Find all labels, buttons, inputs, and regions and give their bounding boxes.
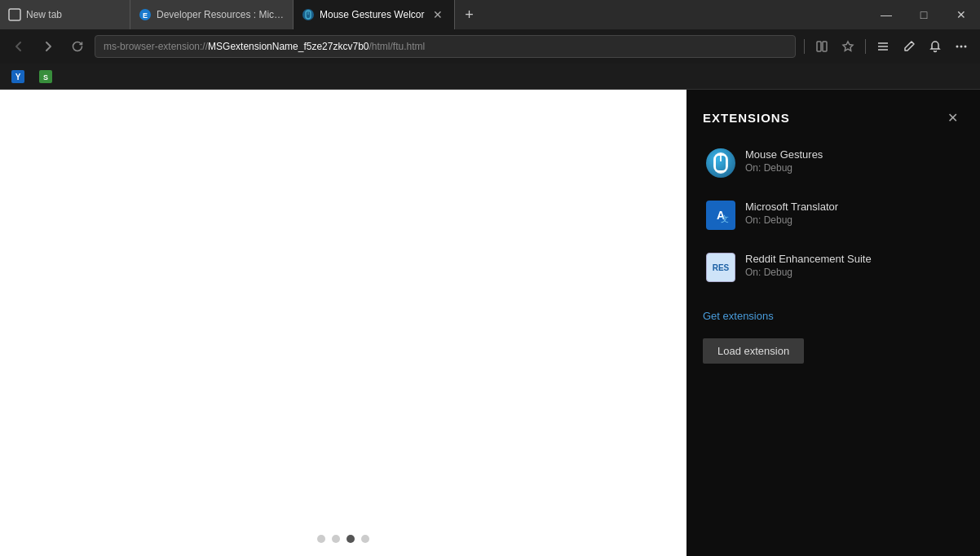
toolbar-divider-1: [804, 39, 805, 54]
tab-mouse-gestures[interactable]: Mouse Gestures Welcor ✕: [294, 0, 455, 29]
tab-new-tab-label: New tab: [26, 9, 121, 20]
extension-item-mouse-gestures[interactable]: Mouse Gestures On: Debug: [703, 145, 964, 181]
new-tab-icon: [8, 8, 21, 21]
main-area: EXTENSIONS ✕ Mouse Gestures On: Debug A …: [0, 90, 980, 556]
window-controls: — □ ✕: [867, 0, 980, 29]
extension-item-ms-translator[interactable]: A 文 Microsoft Translator On: Debug: [703, 197, 964, 233]
mouse-gestures-name: Mouse Gestures: [745, 148, 960, 161]
get-extensions-link[interactable]: Get extensions: [703, 310, 964, 322]
svg-text:Y: Y: [15, 73, 21, 82]
url-scheme: ms-browser-extension://: [104, 41, 208, 52]
res-name: Reddit Enhancement Suite: [745, 253, 960, 265]
tab-mouse-close-icon[interactable]: ✕: [430, 7, 446, 23]
mouse-tab-icon: [302, 8, 315, 21]
new-tab-button[interactable]: +: [455, 0, 484, 29]
tab-developer-resources[interactable]: E Developer Resources : Micr…: [130, 0, 294, 29]
ms-translator-status: On: Debug: [745, 214, 960, 226]
res-status: On: Debug: [745, 267, 960, 278]
fav-icon-2: S: [39, 70, 52, 83]
forward-button[interactable]: [36, 34, 60, 59]
extension-item-res[interactable]: RES Reddit Enhancement Suite On: Debug: [703, 249, 964, 285]
favorites-button[interactable]: [836, 34, 860, 59]
close-button[interactable]: ✕: [942, 0, 980, 29]
tab-dev-label: Developer Resources : Micr…: [157, 9, 285, 20]
url-path: /html/ftu.html: [369, 41, 425, 52]
tab-new-tab[interactable]: New tab: [0, 0, 130, 29]
svg-point-11: [956, 46, 959, 48]
tab-mouse-label: Mouse Gestures Welcor: [320, 9, 425, 20]
extensions-panel: EXTENSIONS ✕ Mouse Gestures On: Debug A …: [686, 90, 980, 556]
extensions-title: EXTENSIONS: [703, 111, 790, 125]
svg-rect-0: [9, 9, 20, 20]
toolbar-icons: [801, 34, 973, 59]
svg-rect-7: [823, 42, 827, 51]
titlebar: New tab E Developer Resources : Micr… Mo…: [0, 0, 980, 29]
res-icon-text: RES: [713, 263, 730, 272]
dot-1[interactable]: [317, 535, 325, 543]
address-input[interactable]: ms-browser-extension://MSGextensionName_…: [95, 35, 796, 58]
dev-tab-icon: E: [139, 8, 152, 21]
ms-translator-info: Microsoft Translator On: Debug: [745, 201, 960, 226]
hamburger-menu-button[interactable]: [871, 34, 895, 59]
svg-text:S: S: [43, 73, 48, 82]
notifications-button[interactable]: [923, 34, 947, 59]
svg-point-12: [960, 46, 963, 48]
svg-rect-6: [817, 42, 821, 51]
res-icon: RES: [706, 253, 735, 282]
fav-item-1[interactable]: Y: [7, 68, 29, 85]
more-button[interactable]: [949, 34, 973, 59]
dot-3[interactable]: [347, 535, 355, 543]
toolbar-divider-2: [865, 39, 866, 54]
mouse-gestures-status: On: Debug: [745, 162, 960, 174]
refresh-button[interactable]: [65, 34, 90, 59]
back-button[interactable]: [7, 34, 31, 59]
svg-rect-18: [714, 153, 727, 173]
page-content[interactable]: [0, 90, 686, 556]
edit-button[interactable]: [897, 34, 921, 59]
extensions-close-button[interactable]: ✕: [941, 106, 964, 129]
ms-translator-name: Microsoft Translator: [745, 201, 960, 213]
svg-point-13: [965, 46, 967, 48]
favorites-bar: Y S: [0, 64, 980, 90]
mouse-gestures-info: Mouse Gestures On: Debug: [745, 148, 960, 174]
reading-view-button[interactable]: [810, 34, 834, 59]
mouse-gestures-icon: [706, 148, 735, 178]
dot-4[interactable]: [361, 535, 369, 543]
address-bar: ms-browser-extension://MSGextensionName_…: [0, 29, 980, 64]
ms-translator-icon: A 文: [706, 201, 735, 230]
load-extension-button[interactable]: Load extension: [703, 338, 804, 364]
dot-2[interactable]: [332, 535, 340, 543]
maximize-button[interactable]: □: [905, 0, 942, 29]
res-info: Reddit Enhancement Suite On: Debug: [745, 253, 960, 278]
fav-item-2[interactable]: S: [34, 68, 57, 85]
extensions-header: EXTENSIONS ✕: [703, 106, 964, 129]
svg-text:E: E: [143, 11, 148, 20]
fav-icon-1: Y: [11, 70, 24, 83]
url-host: MSGextensionName_f5ze27zkcv7b0: [208, 41, 369, 52]
svg-text:文: 文: [721, 214, 729, 223]
page-dots: [317, 535, 369, 543]
minimize-button[interactable]: —: [867, 0, 905, 29]
